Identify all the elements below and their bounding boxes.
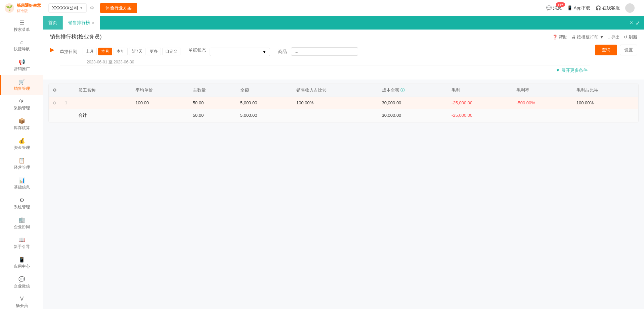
- sidebar-item-7[interactable]: 📋经营管理: [0, 154, 43, 174]
- col-avg-price: 平均单价: [131, 84, 188, 97]
- col-name: 员工名称: [74, 84, 131, 97]
- sidebar-item-12[interactable]: 📱应用中心: [0, 253, 43, 273]
- app-wrapper: 🌱 畅康通好生意 标准版 XXXXXX公司 ▼ ⚙ 体验行业方案 💬 消息 99…: [0, 0, 644, 309]
- dropdown-arrow-icon: ▼: [80, 6, 83, 10]
- sidebar-item-10[interactable]: 🏢企业协同: [0, 213, 43, 233]
- sidebar-item-3[interactable]: 🛒销售管理: [0, 75, 43, 95]
- export-icon: ↓: [608, 35, 610, 40]
- row-rank: 1: [61, 97, 74, 109]
- export-button[interactable]: ↓ 导出: [608, 34, 620, 40]
- col-qty: 主数量: [189, 84, 236, 97]
- help-button[interactable]: ❓ 帮助: [552, 34, 567, 40]
- col-cost-amount: 成本全额 ⓘ: [378, 84, 448, 97]
- online-service-button[interactable]: 🎧 在线客服: [596, 5, 620, 11]
- col-gross-margin: 毛利率: [512, 84, 572, 97]
- col-settings[interactable]: ⚙: [49, 84, 61, 97]
- cur-year-btn[interactable]: 本年: [114, 48, 128, 55]
- table-footer-row: 合计 50.00 5,000.00 30,000.00 -25,000.00: [49, 109, 638, 122]
- print-dropdown-icon: ▼: [600, 35, 604, 40]
- status-select[interactable]: ▼: [210, 48, 270, 56]
- footer-avg-price: [131, 109, 188, 122]
- refresh-icon: ↺: [624, 35, 628, 40]
- table-body: ⊙ 1 100.00 50.00 5,000.00 100.00% 30,000…: [49, 97, 638, 109]
- tab-home-label: 首页: [48, 20, 57, 26]
- close-window-icon[interactable]: ×: [630, 20, 633, 26]
- sidebar-item-11[interactable]: 📖新手引导: [0, 233, 43, 253]
- row-amount: 5,000.00: [236, 97, 292, 109]
- sidebar-label-3: 销售管理: [14, 86, 30, 92]
- company-selector[interactable]: XXXXXX公司 ▼: [48, 3, 87, 13]
- prev-month-btn[interactable]: 上月: [83, 48, 97, 55]
- sidebar-label-11: 新手引导: [14, 244, 30, 250]
- last7-btn[interactable]: 近7天: [129, 48, 145, 55]
- date-label: 单据日期: [60, 49, 77, 55]
- refresh-button[interactable]: ↺ 刷新: [624, 34, 637, 40]
- user-avatar[interactable]: [625, 3, 635, 13]
- filter-row-1: 单据日期 上月 本月 本年 近7天 更多 自定义: [60, 45, 590, 59]
- print-icon: 🖨: [571, 35, 576, 40]
- tab-sales-rank-label: 销售排行榜: [68, 20, 90, 26]
- tab-close-icon[interactable]: ×: [92, 21, 94, 25]
- sidebar-item-1[interactable]: ⌂快捷导航: [0, 36, 43, 55]
- settings-icon[interactable]: ⚙: [87, 3, 97, 13]
- sidebar-icon-1: ⌂: [20, 39, 24, 45]
- sidebar-icon-0: ☰: [19, 19, 24, 26]
- sidebar-item-6[interactable]: 💰资金管理: [0, 134, 43, 154]
- custom-date-btn[interactable]: 自定义: [162, 48, 180, 55]
- sidebar-label-9: 系统管理: [14, 204, 30, 210]
- logo-icon: 🌱: [4, 3, 15, 13]
- sidebar-label-0: 搜索菜单: [14, 27, 30, 33]
- row-settings[interactable]: ⊙: [49, 97, 61, 109]
- sidebar-label-1: 快捷导航: [14, 46, 30, 52]
- expand-more-btn[interactable]: ▼ 展开更多条件: [556, 67, 588, 73]
- sidebar-item-9[interactable]: ⚙系统管理: [0, 194, 43, 213]
- footer-cost-amount: 30,000.00: [378, 109, 448, 122]
- status-filter: 单据状态 ▼: [188, 47, 270, 56]
- sidebar-icon-3: 🛒: [18, 79, 25, 85]
- sidebar-item-5[interactable]: 📦库存核算: [0, 114, 43, 134]
- logo-area: 🌱 畅康通好生意 标准版: [4, 3, 47, 13]
- top-right: 💬 消息 99+ 📱 App下载 🎧 在线客服: [546, 3, 640, 13]
- sidebar-label-4: 采购管理: [14, 105, 30, 111]
- content-area: 首页 销售排行榜 × × ⤢ 销售排行榜(按业务员): [43, 16, 644, 309]
- filter-collapse-icon[interactable]: ▶: [50, 45, 54, 53]
- message-button[interactable]: 💬 消息 99+: [546, 5, 562, 11]
- cur-month-btn[interactable]: 本月: [98, 48, 112, 55]
- sidebar-icon-4: 🛍: [19, 98, 25, 104]
- footer-sales-pct: [292, 109, 378, 122]
- col-amount: 全额: [236, 84, 292, 97]
- sidebar-item-0[interactable]: ☰搜索菜单: [0, 16, 43, 36]
- query-button[interactable]: 查询: [595, 45, 617, 55]
- sidebar-items: ☰搜索菜单⌂快捷导航📢营销推广🛒销售管理🛍采购管理📦库存核算💰资金管理📋经营管理…: [0, 16, 43, 309]
- page-title-actions: ❓ 帮助 🖨 按模板打印 ▼ ↓ 导出: [552, 34, 637, 40]
- maximize-window-icon[interactable]: ⤢: [636, 20, 640, 26]
- goods-value: ...: [295, 49, 298, 54]
- data-table: ⚙ 员工名称 平均单价 主数量 全额 销售收入占比% 成本全额 ⓘ 毛利 毛利率: [49, 84, 638, 122]
- app-download-label: App下载: [574, 5, 590, 11]
- sidebar-item-13[interactable]: 💬企业微信: [0, 273, 43, 293]
- filter-section: 销售排行榜(按业务员) ❓ 帮助 🖨 按模板打印 ▼: [43, 30, 644, 80]
- sidebar-icon-11: 📖: [18, 237, 25, 243]
- svg-text:🌱: 🌱: [6, 5, 13, 11]
- app-download-button[interactable]: 📱 App下载: [567, 5, 590, 11]
- tab-home[interactable]: 首页: [43, 16, 63, 30]
- sidebar-item-2[interactable]: 📢营销推广: [0, 55, 43, 75]
- expand-more-row: ▼ 展开更多条件: [60, 65, 590, 75]
- sidebar-icon-8: 📊: [18, 177, 25, 184]
- message-badge: 99+: [556, 2, 565, 7]
- sidebar-icon-14: V: [20, 296, 24, 302]
- settings-button[interactable]: 设置: [620, 45, 637, 55]
- print-button[interactable]: 🖨 按模板打印 ▼: [571, 34, 604, 40]
- goods-input[interactable]: ...: [291, 47, 358, 56]
- trial-button[interactable]: 体验行业方案: [100, 3, 137, 13]
- row-sales-pct: 100.00%: [292, 97, 378, 109]
- online-service-label: 在线客服: [602, 5, 620, 11]
- sidebar-label-5: 库存核算: [14, 125, 30, 131]
- page-title-row: 销售排行榜(按业务员) ❓ 帮助 🖨 按模板打印 ▼: [50, 34, 637, 41]
- footer-qty: 50.00: [189, 109, 236, 122]
- sidebar-item-14[interactable]: V畅会员: [0, 293, 43, 309]
- more-date-btn[interactable]: 更多: [147, 48, 161, 55]
- sidebar-item-4[interactable]: 🛍采购管理: [0, 95, 43, 114]
- sidebar-item-8[interactable]: 📊基础信息: [0, 174, 43, 194]
- tab-sales-rank[interactable]: 销售排行榜 ×: [63, 16, 100, 30]
